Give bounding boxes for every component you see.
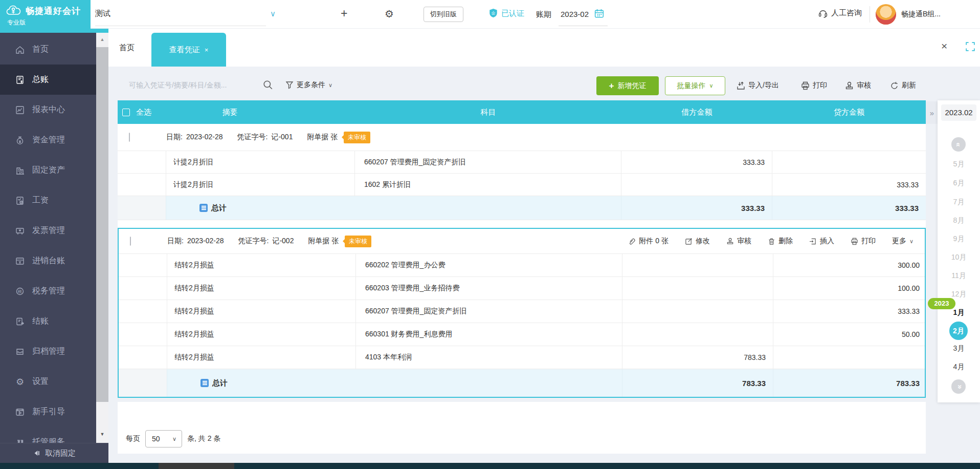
month-item[interactable]: 12月 xyxy=(938,289,980,299)
sidebar-item-closing[interactable]: 结账 xyxy=(0,306,96,336)
voucher-no: 记-002 xyxy=(272,237,294,245)
ledger-icon xyxy=(15,75,25,84)
sidebar-item-trade-ledger[interactable]: 进销台账 xyxy=(0,246,96,276)
table-row[interactable]: 计提2月折旧 660207 管理费用_固定资产折旧 333.33 xyxy=(118,151,926,173)
month-item[interactable]: 10月 xyxy=(938,252,980,262)
calendar-icon[interactable] xyxy=(594,9,604,18)
sidebar-item-salary[interactable]: 工资 xyxy=(0,185,96,216)
table-row[interactable]: 结转2月损益 4103 本年利润 783.33 xyxy=(119,346,925,369)
tab-view-voucher[interactable]: 查看凭证 × xyxy=(151,33,226,67)
table-row[interactable]: 结转2月损益 660202 管理费用_办公费 300.00 xyxy=(119,253,925,276)
more-button[interactable]: 更多 ∨ xyxy=(892,237,914,246)
user-name[interactable]: 畅捷通B组... xyxy=(901,10,941,19)
delete-label: 删除 xyxy=(778,237,793,246)
period-value[interactable]: 2023-02 xyxy=(561,10,589,18)
close-icon[interactable]: × xyxy=(941,40,947,52)
month-item[interactable]: 7月 xyxy=(938,197,980,207)
voucher-header-row[interactable]: 日期:2023-02-28 凭证字号:记-001 附单据 张 未审核 xyxy=(118,124,926,151)
batch-operations-button[interactable]: 批量操作 ∨ xyxy=(665,76,725,95)
scroll-up-icon[interactable]: ▲ xyxy=(96,33,108,46)
fullscreen-icon[interactable] xyxy=(966,42,975,51)
sidebar-item-clipped[interactable]: 托管服务 xyxy=(0,427,96,443)
sidebar-item-fixed-assets[interactable]: 固定资产 xyxy=(0,155,96,185)
insert-button[interactable]: 插入 xyxy=(809,237,834,246)
switch-old-version-button[interactable]: 切到旧版 xyxy=(424,7,463,22)
sidebar-item-report-center[interactable]: 报表中心 xyxy=(0,95,96,125)
refresh-button[interactable]: 刷新 xyxy=(890,81,916,90)
scrollbar-thumb[interactable] xyxy=(96,47,108,402)
sidebar-item-funds[interactable]: 资金管理 xyxy=(0,125,96,155)
attachment-button[interactable]: 附件 0 张 xyxy=(628,237,669,246)
print-button[interactable]: 打印 xyxy=(851,237,876,246)
month-panel: 2023.02 « 5月 6月 7月 8月 9月 10月 11月 12月 1月 … xyxy=(938,100,980,402)
edit-button[interactable]: 修改 xyxy=(685,237,710,246)
period-display[interactable]: 2023.02 xyxy=(941,104,976,121)
table-row[interactable]: 结转2月损益 660301 财务费用_利息费用 50.00 xyxy=(119,323,925,346)
import-export-button[interactable]: 导入/导出 xyxy=(737,81,779,90)
account-set-selector[interactable]: 测试 xyxy=(95,9,269,18)
import-export-label: 导入/导出 xyxy=(748,81,779,90)
chevron-down-icon[interactable]: ∨ xyxy=(270,9,276,18)
svg-text:企: 企 xyxy=(492,11,496,15)
collapse-panel-button[interactable]: » xyxy=(926,101,938,124)
new-voucher-button[interactable]: + 新增凭证 xyxy=(596,76,659,95)
search-icon[interactable] xyxy=(263,80,273,90)
per-page-select[interactable]: 50 ∨ xyxy=(145,430,182,447)
sidebar-item-settings[interactable]: ⚙ 设置 xyxy=(0,367,96,397)
tab-home[interactable]: 首页 xyxy=(119,29,135,67)
select-all-checkbox[interactable] xyxy=(122,109,130,116)
tab-close-icon[interactable]: × xyxy=(205,46,209,54)
scroll-down-icon[interactable]: ▼ xyxy=(96,428,108,440)
sidebar-item-archive[interactable]: 归档管理 xyxy=(0,336,96,367)
scroll-months-down-button[interactable]: « xyxy=(951,379,966,394)
cell-account: 660207 管理费用_固定资产折旧 xyxy=(356,300,622,323)
add-account-set-icon[interactable]: + xyxy=(341,7,347,20)
more-filters-button[interactable]: 更多条件 ∨ xyxy=(285,80,332,90)
invoice-icon xyxy=(15,226,25,236)
total-icon xyxy=(201,379,209,387)
column-header-debit: 借方金额 xyxy=(621,108,772,117)
building-icon xyxy=(15,166,25,175)
top-bar: 测试 ∨ + ⚙ 切到旧版 企 已认证 账期 2023-02 xyxy=(0,0,980,29)
sidebar-item-tax[interactable]: 税 税务管理 xyxy=(0,276,96,306)
avatar[interactable] xyxy=(876,4,896,25)
month-item[interactable]: 11月 xyxy=(938,270,980,281)
month-item[interactable]: 8月 xyxy=(938,215,980,225)
tab-bar: 首页 查看凭证 × × xyxy=(108,29,980,67)
unpin-sidebar-button[interactable]: 取消固定 xyxy=(0,443,108,463)
status-badge: 未审核 xyxy=(345,236,371,247)
headset-icon xyxy=(818,9,828,18)
voucher-checkbox[interactable] xyxy=(129,133,130,142)
voucher-checkbox[interactable] xyxy=(130,237,131,246)
gear-icon[interactable]: ⚙ xyxy=(385,8,394,20)
audit-button[interactable]: 审核 xyxy=(726,237,751,246)
trash-icon xyxy=(768,238,775,245)
sidebar-item-home[interactable]: 首页 xyxy=(0,34,96,65)
refresh-label: 刷新 xyxy=(902,81,916,90)
sidebar-item-invoice[interactable]: 发票管理 xyxy=(0,216,96,246)
voucher-header-row[interactable]: 日期:2023-02-28 凭证字号:记-002 附单据 张 未审核 附件 0 … xyxy=(119,229,925,253)
chevron-down-icon: ∨ xyxy=(172,436,176,442)
sidebar-item-general-ledger[interactable]: 总账 xyxy=(0,65,96,95)
month-item[interactable]: 3月 xyxy=(938,343,980,353)
total-credit: 783.33 xyxy=(773,369,927,397)
audit-button[interactable]: 审核 xyxy=(845,81,871,90)
month-item-active[interactable]: 2月 xyxy=(949,322,968,340)
cell-credit: 300.00 xyxy=(773,254,927,276)
scroll-months-up-button[interactable]: « xyxy=(951,137,966,152)
print-button[interactable]: 打印 xyxy=(801,81,827,90)
sidebar-item-guide[interactable]: 新手引导 xyxy=(0,397,96,427)
table-row[interactable]: 计提2月折旧 1602 累计折旧 333.33 xyxy=(118,173,926,196)
certified-badge[interactable]: 企 已认证 xyxy=(488,8,524,18)
delete-button[interactable]: 删除 xyxy=(768,237,793,246)
month-item[interactable]: 9月 xyxy=(938,233,980,244)
month-item[interactable]: 5月 xyxy=(938,159,980,169)
table-row[interactable]: 结转2月损益 660203 管理费用_业务招待费 100.00 xyxy=(119,276,925,300)
search-input[interactable] xyxy=(129,77,252,93)
month-item[interactable]: 4月 xyxy=(938,361,980,372)
month-item[interactable]: 6月 xyxy=(938,178,980,188)
support-link[interactable]: 人工咨询 xyxy=(818,8,862,18)
insert-label: 插入 xyxy=(820,237,834,246)
table-row[interactable]: 结转2月损益 660207 管理费用_固定资产折旧 333.33 xyxy=(119,300,925,323)
cell-summary: 计提2月折旧 xyxy=(166,151,355,173)
